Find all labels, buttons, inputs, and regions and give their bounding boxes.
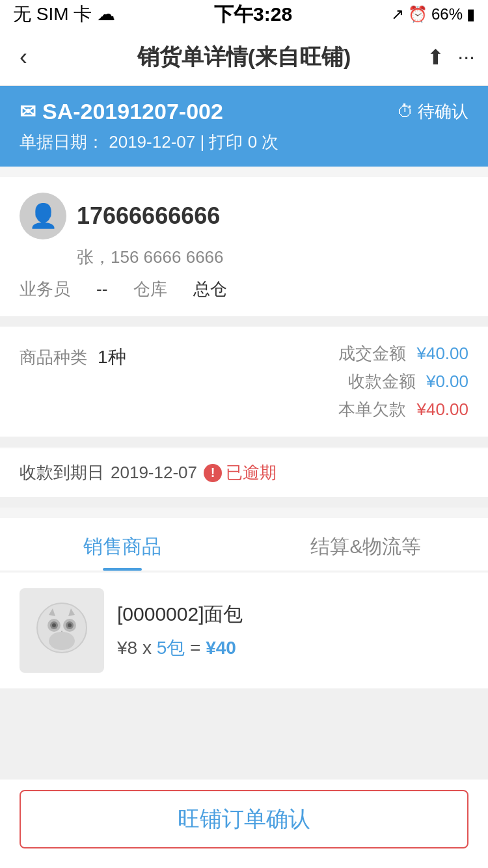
type-value: 1种 (98, 345, 126, 370)
back-button[interactable]: ‹ (13, 37, 34, 77)
share-button[interactable]: ⬆ (427, 45, 444, 70)
customer-section: 👤 17666666666 张，156 6666 6666 业务员 -- 仓库 … (0, 177, 488, 316)
status-time: 下午3:28 (214, 1, 292, 28)
amount-value: ¥40.00 (416, 344, 468, 364)
product-price: ¥8 x 5包 = ¥40 (117, 636, 468, 660)
tab-settlement[interactable]: 结算&物流等 (244, 518, 488, 571)
tab-sales-products[interactable]: 销售商品 (0, 518, 244, 571)
due-date-label: 收款到期日 (20, 461, 104, 484)
overdue-badge: ! 已逾期 (204, 461, 277, 484)
page-title: 销货单详情(来自旺铺) (137, 42, 351, 72)
owed-item: 本单欠款 ¥40.00 (338, 398, 468, 421)
summary-section: 商品种类 1种 成交金额 ¥40.00 收款金额 ¥0.00 本单欠款 ¥40.… (0, 327, 488, 437)
nav-bar: ‹ 销货单详情(来自旺铺) ⬆ ··· (0, 29, 488, 86)
confirm-button[interactable]: 旺铺订单确认 (20, 790, 468, 848)
owed-label: 本单欠款 (338, 398, 406, 421)
customer-row: 👤 17666666666 (20, 193, 468, 239)
divider-3 (0, 497, 488, 508)
status-right: ↗ ⏰ 66% ▮ (391, 5, 475, 23)
nav-actions: ⬆ ··· (427, 45, 475, 70)
product-thumbnail (20, 588, 104, 673)
product-total: ¥40 (206, 638, 236, 658)
warehouse-label: 仓库 (133, 278, 167, 301)
summary-left: 商品种类 1种 (20, 342, 338, 370)
multiply-sign: x (142, 638, 157, 658)
sim-label: 无 SIM 卡 ☁ (13, 2, 115, 27)
more-button[interactable]: ··· (457, 45, 475, 69)
battery-level: 66% (431, 5, 463, 23)
status-left: 无 SIM 卡 ☁ (13, 2, 115, 27)
status-bar: 无 SIM 卡 ☁ 下午3:28 ↗ ⏰ 66% ▮ (0, 0, 488, 29)
location-icon: ↗ (391, 5, 404, 23)
amount-label: 成交金额 (338, 342, 406, 365)
type-label: 商品种类 (20, 346, 87, 369)
alarm-icon: ⏰ (408, 5, 427, 23)
avatar-icon: 👤 (29, 202, 58, 230)
tabs-section: 销售商品 结算&物流等 (0, 518, 488, 571)
status-clock-icon: ⏱ (397, 102, 414, 122)
bottom-bar: 旺铺订单确认 (0, 780, 488, 868)
summary-row: 商品种类 1种 成交金额 ¥40.00 收款金额 ¥0.00 本单欠款 ¥40.… (20, 342, 468, 421)
equals-sign: = (190, 638, 206, 658)
received-label: 收款金额 (348, 370, 416, 393)
price-unit: ¥8 (117, 638, 137, 658)
order-print-text: | 打印 0 次 (200, 132, 278, 152)
customer-phone: 17666666666 (77, 202, 220, 230)
product-qty: 5包 (157, 638, 185, 658)
product-logo (36, 602, 88, 660)
order-date-label: 单据日期： (20, 132, 104, 152)
product-section: [0000002]面包 ¥8 x 5包 = ¥40 (0, 573, 488, 688)
summary-right: 成交金额 ¥40.00 收款金额 ¥0.00 本单欠款 ¥40.00 (338, 342, 468, 421)
order-status: ⏱ 待确认 (397, 100, 468, 123)
svg-point-5 (52, 623, 56, 627)
customer-meta: 业务员 -- 仓库 总仓 (20, 278, 468, 301)
order-id-value: SA-20191207-002 (42, 99, 223, 124)
product-info: [0000002]面包 ¥8 x 5包 = ¥40 (117, 601, 468, 660)
due-date-section: 收款到期日 2019-12-07 ! 已逾期 (0, 448, 488, 497)
order-date-value: 2019-12-07 (109, 132, 195, 152)
order-date: 单据日期： 2019-12-07 | 打印 0 次 (20, 131, 468, 154)
received-item: 收款金额 ¥0.00 (348, 370, 468, 393)
overdue-text: 已逾期 (226, 461, 277, 484)
svg-point-6 (68, 623, 72, 627)
battery-icon: ▮ (467, 5, 475, 23)
tab-settlement-label: 结算&物流等 (310, 536, 421, 557)
tab-sales-label: 销售商品 (83, 536, 161, 557)
svg-point-8 (49, 632, 75, 650)
status-text: 待确认 (418, 100, 468, 123)
avatar: 👤 (20, 193, 66, 239)
order-id: ✉ SA-20191207-002 (20, 99, 223, 124)
divider-2 (0, 437, 488, 447)
agent-value: -- (96, 279, 107, 299)
agent-label: 业务员 (20, 278, 70, 301)
owed-value: ¥40.00 (416, 400, 468, 420)
overdue-icon: ! (204, 464, 222, 482)
order-header: ✉ SA-20191207-002 ⏱ 待确认 单据日期： 2019-12-07… (0, 86, 488, 167)
order-icon: ✉ (20, 100, 36, 123)
customer-sub: 张，156 6666 6666 (77, 246, 468, 269)
received-value: ¥0.00 (426, 372, 468, 392)
due-date-value: 2019-12-07 (111, 463, 197, 483)
warehouse-value: 总仓 (193, 278, 227, 301)
amount-item: 成交金额 ¥40.00 (338, 342, 468, 365)
product-name: [0000002]面包 (117, 601, 468, 628)
divider-1 (0, 316, 488, 327)
